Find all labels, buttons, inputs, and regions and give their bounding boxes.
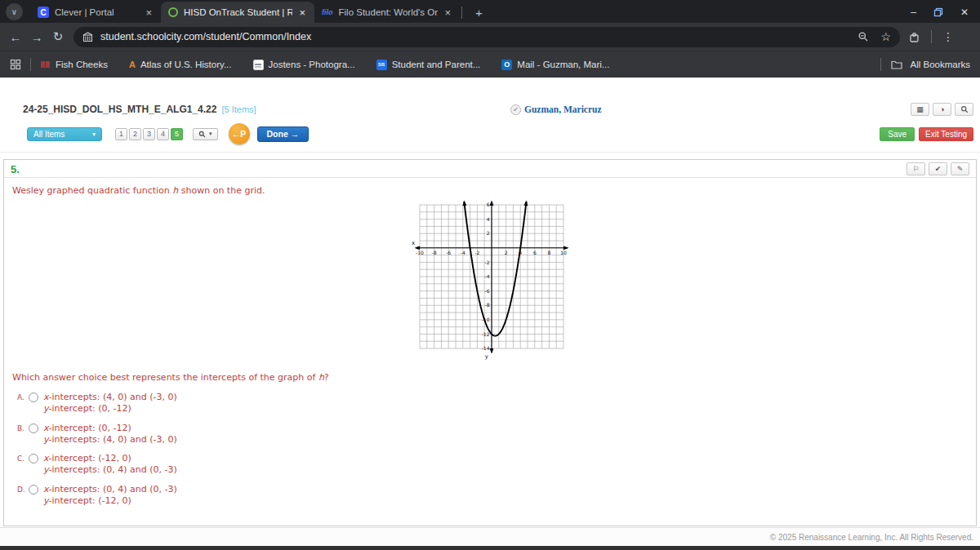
url-text: student.schoolcity.com/student/Common/In… <box>100 31 858 42</box>
chrome-menu-icon[interactable]: ⋮ <box>942 30 954 43</box>
flag-item-button[interactable]: ⚐ <box>906 162 925 175</box>
reload-icon[interactable]: ↻ <box>47 29 69 44</box>
choice-c-radio[interactable] <box>29 454 38 464</box>
copyright-text: © 2025 Renaissance Learning, Inc. All Ri… <box>770 533 973 542</box>
question-number: 5. <box>11 163 20 175</box>
choice-c[interactable]: C. x-intercept: (-12, 0) y-intercepts: (… <box>17 453 968 477</box>
browser-toolbar: ← → ↻ student.schoolcity.com/student/Com… <box>0 23 980 51</box>
choice-b[interactable]: B. x-intercept: (0, -12) y-intercepts: (… <box>17 423 968 446</box>
tab-hisd-ontrack[interactable]: HISD OnTrack Student | Renais × <box>161 2 314 23</box>
calculator-button[interactable]: ▦ <box>911 103 929 116</box>
bookmark-student-parent[interactable]: SIS Student and Parent... <box>376 60 481 70</box>
item-page-5-active[interactable]: 5 <box>171 128 183 140</box>
bookmark-atlas-history[interactable]: A Atlas of U.S. History... <box>129 60 232 69</box>
all-items-label: All Items <box>33 130 65 139</box>
minimize-window-button[interactable]: – <box>911 7 916 18</box>
forward-icon[interactable]: → <box>26 30 47 44</box>
test-header-controls-row: All Items ▾ 1 2 3 4 5 ▾ ←P Done → Save <box>23 123 973 144</box>
check-circle-icon: ✔ <box>510 104 521 115</box>
check-icon: ✔ <box>935 165 942 173</box>
magnifier-icon <box>198 131 206 138</box>
tab-title: HISD OnTrack Student | Renais <box>184 7 292 17</box>
tab-clever-portal[interactable]: C Clever | Portal × <box>30 2 161 23</box>
item-pagination: 1 2 3 4 5 <box>115 128 183 140</box>
item-page-4[interactable]: 4 <box>157 128 169 140</box>
svg-text:-2: -2 <box>485 259 490 265</box>
back-icon[interactable]: ← <box>5 30 26 44</box>
bookmark-star-icon[interactable]: ☆ <box>880 30 891 43</box>
contrast-button[interactable]: ◑ <box>933 103 951 116</box>
caret-down-icon: ▾ <box>209 131 212 137</box>
choice-letter: C. <box>17 453 29 477</box>
item-page-2[interactable]: 2 <box>129 128 141 140</box>
magnifier-button[interactable] <box>955 103 973 116</box>
outlook-favicon-icon: O <box>501 60 512 70</box>
apps-grid-icon[interactable] <box>10 59 21 70</box>
notepad-button[interactable]: ✎ <box>951 162 969 175</box>
close-tab-icon[interactable]: × <box>144 7 154 19</box>
svg-text:6: 6 <box>533 250 537 255</box>
answer-choices: A. x-intercepts: (4, 0) and (-3, 0) y-in… <box>12 392 968 507</box>
zoom-icon[interactable] <box>858 31 869 42</box>
test-title: 24-25_HISD_DOL_HS_MTH_E_ALG1_4.22 <box>23 104 216 115</box>
caret-down-icon: ▾ <box>92 131 96 138</box>
svg-text:y: y <box>485 353 488 360</box>
all-items-dropdown[interactable]: All Items ▾ <box>27 127 102 141</box>
bookmarks-separator <box>880 58 881 71</box>
previous-item-button[interactable]: ←P <box>229 123 250 144</box>
extensions-icon[interactable] <box>908 31 920 43</box>
contrast-icon: ◑ <box>940 105 944 113</box>
sis-favicon-icon: SIS <box>376 60 387 70</box>
function-graph: -10-8-6-4-2246810642-2-4-6-8-10-12-14xy <box>408 200 572 360</box>
folder-icon <box>891 60 902 69</box>
choice-a-radio[interactable] <box>29 393 38 402</box>
bookmark-label: Fish Cheeks <box>56 60 108 69</box>
restore-window-button[interactable] <box>933 7 943 17</box>
question-stem: Which answer choice best represents the … <box>12 372 968 383</box>
new-tab-button[interactable]: + <box>472 6 486 20</box>
question-prompt: Wesley graphed quadratic function h show… <box>12 185 968 196</box>
function-variable: h <box>318 372 324 383</box>
bookmark-outlook-mail[interactable]: O Mail - Guzman, Mari... <box>501 60 609 70</box>
bookmark-jostens[interactable]: Jostens - Photogra... <box>253 60 355 70</box>
tab-search-button[interactable]: ∨ <box>6 3 23 20</box>
choice-letter: B. <box>17 423 29 446</box>
done-button[interactable]: Done → <box>257 126 310 142</box>
close-tab-icon[interactable]: × <box>443 7 452 19</box>
item-page-3[interactable]: 3 <box>143 128 155 140</box>
question-header: 5. ⚐ ✔ ✎ <box>4 160 976 178</box>
save-button[interactable]: Save <box>880 127 915 141</box>
choice-text: x-intercepts: (0, 4) and (0, -3) y-inter… <box>43 484 177 508</box>
choice-d[interactable]: D. x-intercepts: (0, 4) and (0, -3) y-in… <box>17 484 968 508</box>
svg-text:2: 2 <box>505 250 508 255</box>
bookmark-label: Jostens - Photogra... <box>269 60 355 69</box>
choice-a[interactable]: A. x-intercepts: (4, 0) and (-3, 0) y-in… <box>17 392 968 415</box>
item-search-dropdown[interactable]: ▾ <box>193 128 218 140</box>
bookmarks-right: All Bookmarks <box>879 58 971 71</box>
bookmark-fish-cheeks[interactable]: Fish Cheeks <box>40 60 108 69</box>
tab-filo-student[interactable]: filo Filo Student: World's Only Live × <box>314 2 460 23</box>
all-bookmarks-button[interactable]: All Bookmarks <box>911 60 971 69</box>
close-window-button[interactable]: ✕ <box>960 7 969 18</box>
bookmark-label: Mail - Guzman, Mari... <box>517 60 609 69</box>
svg-text:10: 10 <box>560 250 567 255</box>
choice-text: x-intercept: (0, -12) y-intercepts: (4, … <box>43 423 177 446</box>
svg-text:2: 2 <box>487 230 490 236</box>
exit-testing-button[interactable]: Exit Testing <box>919 127 973 141</box>
tab-divider <box>461 7 462 19</box>
toolbar-right: ⋮ <box>908 30 954 43</box>
browser-tab-strip: ∨ C Clever | Portal × HISD OnTrack Stude… <box>0 0 980 23</box>
site-info-building-icon[interactable] <box>82 32 93 42</box>
restore-window-icon <box>933 7 943 17</box>
svg-text:x: x <box>412 240 415 246</box>
answer-eliminator-button[interactable]: ✔ <box>929 162 947 175</box>
svg-text:-4: -4 <box>485 273 490 279</box>
svg-text:-8: -8 <box>485 302 490 308</box>
close-tab-icon[interactable]: × <box>297 7 307 19</box>
url-bar[interactable]: student.schoolcity.com/student/Common/In… <box>74 27 900 47</box>
choice-b-radio[interactable] <box>29 424 38 433</box>
item-page-1[interactable]: 1 <box>115 128 127 140</box>
question-tool-buttons: ⚐ ✔ ✎ <box>906 162 969 175</box>
choice-d-radio[interactable] <box>29 485 38 495</box>
bookmark-label: Atlas of U.S. History... <box>140 60 232 69</box>
